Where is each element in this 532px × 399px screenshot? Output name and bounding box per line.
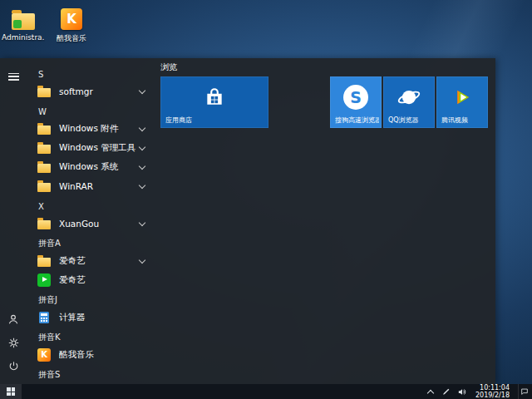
section-letter: 拼音A (38, 238, 61, 249)
app-label: softmgr (59, 86, 139, 96)
desktop-icon-administrator[interactable]: Administra... (2, 7, 45, 44)
section-letter: 拼音J (38, 294, 57, 306)
app-label: Windows 管理工具 (59, 142, 139, 154)
section-header-pinyin-A[interactable]: 拼音A (27, 236, 153, 251)
start-menu-tiles: 浏览 应用商店 (153, 58, 495, 384)
desktop-icon-area: Administra... K 酷我音乐 (2, 7, 93, 44)
section-letter: 拼音S (38, 369, 60, 381)
volume-icon[interactable] (457, 387, 467, 397)
app-list-item-calculator[interactable]: 计算器 (27, 308, 153, 327)
section-header-pinyin-S[interactable]: 拼音S (27, 367, 153, 382)
system-tray: 10:11:04 2019/2/18 (426, 384, 532, 399)
tile-group-label[interactable]: 浏览 (160, 62, 495, 73)
hidden-icons-chevron[interactable] (426, 387, 436, 397)
iqiyi-icon (37, 273, 52, 287)
gear-icon[interactable] (5, 334, 22, 351)
app-list-item-kuwo-music[interactable]: K 酷我音乐 (27, 345, 153, 364)
desktop-icon-label: 酷我音乐 (57, 33, 86, 44)
section-letter: 拼音K (38, 332, 61, 343)
app-label: 酷我音乐 (59, 349, 146, 361)
folder-icon (37, 122, 52, 135)
folder-icon (37, 180, 52, 193)
qq-browser-icon (384, 77, 434, 117)
app-list-folder-windows-accessories[interactable]: Windows 附件 (27, 119, 153, 138)
chevron-down-icon[interactable] (139, 163, 146, 170)
folder-icon (37, 254, 52, 268)
app-label: 爱奇艺 (59, 274, 146, 286)
app-list-folder-windows-admin-tools[interactable]: Windows 管理工具 (27, 138, 153, 157)
action-center-icon[interactable] (518, 384, 530, 399)
desktop-icon-label: Administra... (2, 33, 45, 42)
app-label: Windows 系统 (59, 161, 139, 173)
tile-tencent-video[interactable]: 腾讯视频 (436, 76, 488, 128)
taskbar: 10:11:04 2019/2/18 (0, 384, 532, 399)
windows-logo-icon (7, 387, 15, 396)
tile-sogou-browser[interactable]: S 搜狗高速浏览器 (330, 76, 382, 128)
clock-date: 2019/2/18 (475, 392, 510, 399)
section-header-S[interactable]: S (27, 66, 153, 81)
app-list-folder-windows-system[interactable]: Windows 系统 (27, 157, 153, 176)
app-label: 计算器 (59, 312, 146, 323)
app-list-folder-winrar[interactable]: WinRAR (27, 176, 153, 195)
tile-label: QQ浏览器 (388, 116, 432, 125)
section-header-pinyin-K[interactable]: 拼音K (27, 330, 153, 345)
start-menu: S softmgr W Windows 附件 Windows 管理工具 (0, 58, 495, 384)
desktop[interactable]: Administra... K 酷我音乐 (0, 0, 532, 399)
chevron-down-icon[interactable] (139, 144, 146, 151)
app-list-folder-iqiyi[interactable]: 爱奇艺 (27, 251, 153, 270)
tile-microsoft-store[interactable]: 应用商店 (160, 76, 268, 128)
user-icon[interactable] (5, 311, 22, 328)
tile-label: 应用商店 (165, 116, 266, 125)
kuwo-music-icon: K (37, 348, 52, 362)
section-letter: X (38, 202, 44, 211)
chevron-down-icon[interactable] (139, 87, 146, 95)
start-menu-app-list: S softmgr W Windows 附件 Windows 管理工具 (27, 58, 153, 384)
chevron-down-icon[interactable] (139, 125, 146, 132)
folder-icon (37, 141, 52, 155)
tile-label: 腾讯视频 (441, 116, 485, 125)
app-label: Windows 附件 (59, 123, 139, 135)
tile-label: 搜狗高速浏览器 (335, 116, 379, 125)
folder-icon (37, 160, 52, 174)
chevron-down-icon[interactable] (139, 182, 146, 190)
sogou-browser-icon: S (331, 77, 381, 117)
app-label: WinRAR (59, 181, 139, 191)
section-letter: W (38, 107, 47, 116)
app-list-item-iqiyi[interactable]: 爱奇艺 (27, 270, 153, 289)
app-list-folder-xuangou[interactable]: XuanGou (27, 214, 153, 233)
app-list-folder-softmgr[interactable]: softmgr (27, 81, 153, 101)
clock-time: 10:11:04 (475, 384, 510, 392)
folder-icon (37, 217, 52, 230)
chevron-down-icon[interactable] (139, 219, 146, 227)
app-label: XuanGou (59, 219, 139, 229)
calculator-icon (37, 311, 52, 324)
pen-icon[interactable] (441, 387, 451, 397)
folder-icon (37, 85, 52, 98)
section-header-W[interactable]: W (27, 104, 153, 119)
desktop-icon-kuwo-music[interactable]: K 酷我音乐 (50, 7, 93, 44)
microsoft-store-icon (161, 77, 268, 117)
tencent-video-icon (437, 77, 487, 117)
section-header-X[interactable]: X (27, 199, 153, 214)
power-icon[interactable] (5, 357, 22, 374)
start-menu-rail (0, 58, 27, 384)
app-label: 爱奇艺 (59, 255, 139, 267)
admin-folder-icon (11, 7, 36, 32)
tile-row: 应用商店 S 搜狗高速浏览器 QQ浏览器 (160, 76, 495, 128)
hamburger-icon[interactable] (5, 68, 22, 85)
section-header-pinyin-J[interactable]: 拼音J (27, 293, 153, 308)
taskbar-clock[interactable]: 10:11:04 2019/2/18 (473, 384, 512, 399)
tile-qq-browser[interactable]: QQ浏览器 (383, 76, 435, 128)
chevron-down-icon[interactable] (139, 257, 146, 264)
section-letter: S (38, 70, 43, 79)
kuwo-music-icon: K (59, 7, 84, 32)
start-button[interactable] (0, 384, 22, 399)
